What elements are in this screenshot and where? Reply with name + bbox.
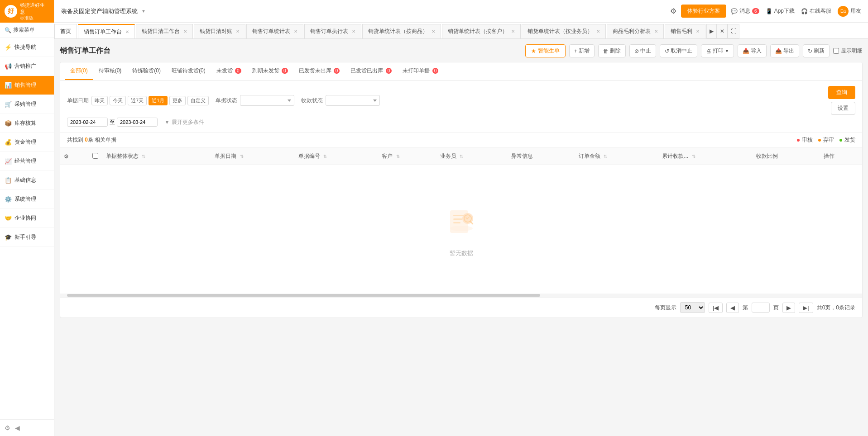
query-btn[interactable]: 查询 — [828, 86, 855, 99]
message-btn[interactable]: 💬 消息 6 — [731, 7, 759, 15]
page-prev-btn[interactable]: ◀ — [726, 303, 739, 313]
tab-home[interactable]: 首页 — [54, 24, 77, 38]
tab-goods-stats-customer[interactable]: 销货单统计表（按客户） ✕ — [442, 24, 521, 38]
th-date-sort[interactable]: ⇅ — [240, 154, 244, 159]
sidebar-item-quick-nav[interactable]: ⚡ 快捷导航 — [0, 38, 54, 57]
search-menu-item[interactable]: 🔍 搜索菜单 — [0, 23, 54, 38]
tab-close-cash-reconciliation[interactable]: ✕ — [236, 29, 240, 34]
online-service-btn[interactable]: 🎧 在线客服 — [801, 7, 831, 15]
filter-tab-pending-audit[interactable]: 待审核(0) — [93, 62, 127, 80]
horizontal-scrollbar[interactable] — [60, 294, 862, 297]
refresh-btn[interactable]: ↻ 刷新 — [803, 44, 830, 57]
export-btn[interactable]: 📤 导出 — [770, 44, 799, 57]
th-status-sort[interactable]: ⇅ — [142, 154, 145, 159]
th-amount-sort[interactable]: ⇅ — [604, 154, 607, 159]
ship-action-btn[interactable]: 发货 — [839, 136, 855, 144]
sidebar-item-sales[interactable]: 📊 销售管理 — [0, 76, 54, 95]
search-settings-btn[interactable]: 设置 — [831, 102, 855, 115]
th-checkbox[interactable] — [89, 148, 102, 165]
sidebar-item-system[interactable]: ⚙️ 系统管理 — [0, 190, 54, 209]
th-salesman-sort[interactable]: ⇅ — [460, 154, 463, 159]
settings-bottom-icon[interactable]: ⚙ — [5, 424, 10, 431]
tab-sales-workbench[interactable]: 销售订单工作台 ✕ — [78, 24, 135, 38]
table-actions-right: 审核 弃审 发货 — [797, 136, 855, 144]
sidebar-item-basic-info[interactable]: 📋 基础信息 — [0, 171, 54, 190]
date-btn-yesterday[interactable]: 昨天 — [91, 96, 108, 105]
filter-tab-not-printed[interactable]: 未打印单据 0 — [397, 62, 444, 80]
tab-close-goods-stats-customer[interactable]: ✕ — [511, 29, 515, 34]
show-detail-label[interactable]: 显示明细 — [833, 47, 863, 55]
collapse-icon[interactable]: ◀ — [15, 424, 20, 431]
page-first-btn[interactable]: |◀ — [709, 303, 723, 313]
cancel-stop-btn[interactable]: ↺ 取消中止 — [660, 44, 697, 57]
tab-close-goods-stats-product[interactable]: ✕ — [432, 29, 435, 34]
payment-select[interactable] — [326, 95, 380, 106]
tab-sales-execution[interactable]: 销售订单执行表 ✕ — [304, 24, 361, 38]
topbar-settings-icon[interactable]: ⚙ — [670, 7, 676, 15]
select-all-checkbox[interactable] — [92, 153, 98, 159]
tab-goods-stats-product[interactable]: 销货单统计表（按商品） ✕ — [362, 24, 441, 38]
tab-cash-reconciliation[interactable]: 钱货日清对账 ✕ — [194, 24, 245, 38]
revoke-action-btn[interactable]: 弃审 — [818, 136, 834, 144]
date-to-input[interactable] — [117, 118, 158, 127]
sidebar-item-purchase[interactable]: 🛒 采购管理 — [0, 95, 54, 114]
tab-goods-stats-staff[interactable]: 销货单统计表（按业务员） ✕ — [522, 24, 606, 38]
page-number-input[interactable]: 1 — [752, 303, 770, 313]
th-number-sort[interactable]: ⇅ — [323, 154, 327, 159]
print-btn[interactable]: 🖨 打印 ▼ — [701, 44, 734, 57]
page-next-btn[interactable]: ▶ — [782, 303, 795, 313]
expand-conditions-btn[interactable]: ▼ 展开更多条件 — [164, 118, 204, 126]
sidebar-item-inventory[interactable]: 📦 库存核算 — [0, 114, 54, 133]
new-btn[interactable]: + 新增 — [569, 44, 595, 57]
filter-tab-pending-inspect[interactable]: 待拣验货(0) — [127, 62, 166, 80]
tab-nav-forward-btn[interactable]: ▶ — [706, 24, 717, 38]
status-select[interactable] — [240, 95, 294, 106]
import-btn[interactable]: 📥 导入 — [738, 44, 767, 57]
filter-tab-not-shipped[interactable]: 未发货 0 — [211, 62, 247, 80]
page-last-btn[interactable]: ▶| — [799, 303, 813, 313]
tab-close-sales-workbench[interactable]: ✕ — [125, 29, 129, 34]
filter-tab-shipped-out[interactable]: 已发货已出库 0 — [345, 62, 397, 80]
audit-action-btn[interactable]: 审核 — [797, 136, 813, 144]
stop-btn[interactable]: ⊘ 中止 — [629, 44, 656, 57]
user-menu-btn[interactable]: Ea 用友 — [838, 6, 861, 17]
tab-sales-profit[interactable]: 销售毛利 ✕ — [665, 24, 705, 38]
date-btn-1month[interactable]: 近1月 — [149, 96, 168, 105]
tab-sales-stats[interactable]: 销售订单统计表 ✕ — [246, 24, 303, 38]
sidebar-item-finance[interactable]: 💰 资金管理 — [0, 133, 54, 152]
tab-close-sales-profit[interactable]: ✕ — [696, 29, 700, 34]
sidebar-item-operations[interactable]: 📈 经营管理 — [0, 152, 54, 171]
filter-tab-wangpu-pending[interactable]: 旺铺待发货(0) — [166, 62, 211, 80]
delete-btn[interactable]: 🗑 删除 — [598, 44, 626, 57]
tab-close-sales-execution[interactable]: ✕ — [352, 29, 355, 34]
th-customer-sort[interactable]: ⇅ — [396, 154, 400, 159]
sidebar-item-enterprise[interactable]: 🤝 企业协同 — [0, 209, 54, 228]
tab-close-all-btn[interactable]: ✕ — [717, 24, 728, 38]
page-size-select[interactable]: 50 100 — [680, 302, 705, 313]
date-btn-today[interactable]: 今天 — [110, 96, 126, 105]
smart-create-btn[interactable]: ★ 智能生单 — [525, 44, 566, 57]
date-btn-custom[interactable]: 自定义 — [187, 96, 209, 105]
th-settings[interactable]: ⚙ — [60, 148, 89, 165]
date-btn-more[interactable]: 更多 — [169, 96, 186, 105]
sidebar-item-marketing[interactable]: 📢 营销推广 — [0, 57, 54, 76]
app-download-btn[interactable]: 📱 App下载 — [766, 7, 795, 15]
filter-tab-shipped-not-out[interactable]: 已发货未出库 0 — [293, 62, 345, 80]
tab-close-sales-stats[interactable]: ✕ — [294, 29, 297, 34]
tab-cash-clearance[interactable]: 钱货日清工作台 ✕ — [136, 24, 193, 38]
tab-maximize-btn[interactable]: ⛶ — [728, 24, 739, 38]
filter-tab-overdue-not-shipped[interactable]: 到期未发货 0 — [247, 62, 293, 80]
tab-close-profit-analysis[interactable]: ✕ — [654, 29, 658, 34]
th-cumulative-sort[interactable]: ⇅ — [692, 154, 695, 159]
industry-btn[interactable]: 体验行业方案 — [681, 5, 726, 18]
date-from-input[interactable] — [67, 118, 108, 127]
scrollbar-thumb[interactable] — [67, 294, 540, 297]
tab-close-goods-stats-staff[interactable]: ✕ — [596, 29, 600, 34]
filter-tab-all[interactable]: 全部(0) — [65, 62, 93, 80]
tab-profit-analysis[interactable]: 商品毛利分析表 ✕ — [607, 24, 664, 38]
date-btn-7days[interactable]: 近7天 — [128, 96, 147, 105]
show-detail-checkbox[interactable] — [833, 48, 839, 54]
sidebar-item-guide[interactable]: 🎓 新手引导 — [0, 228, 54, 247]
tab-close-cash-clearance[interactable]: ✕ — [183, 29, 187, 34]
page-header: 销售订单工作台 ★ 智能生单 + 新增 🗑 删除 ⊘ 中止 — [60, 44, 863, 57]
